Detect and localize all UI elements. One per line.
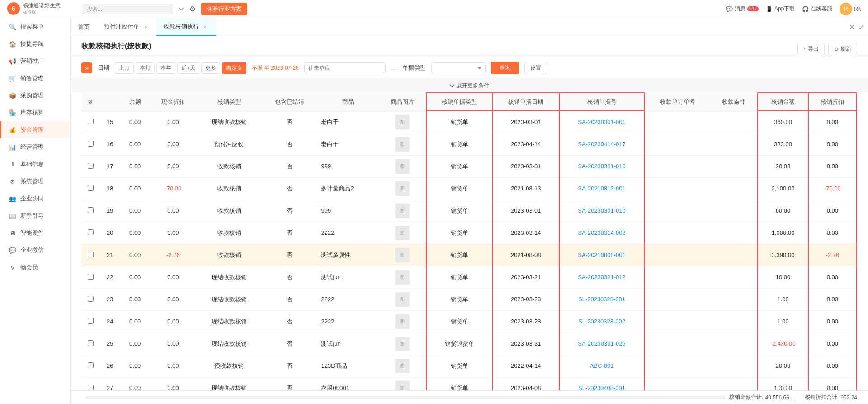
tab-home[interactable]: 首页 (71, 18, 97, 36)
filter-expand-btn[interactable]: » (81, 62, 92, 73)
cell-verify-amount: 3,390.00 (758, 244, 808, 266)
cell-verify-no[interactable]: SL-20230408-001 (559, 377, 645, 390)
cell-verify-no[interactable]: SA-20210808-001 (559, 244, 645, 266)
receipt-type-select[interactable] (431, 62, 486, 73)
tab-bar: 首页 预付冲应付单 × 收款核销执行 × ✕ ⤢ (71, 18, 868, 36)
verify-no-link[interactable]: SA-20230414-017 (578, 141, 626, 147)
cell-checkbox[interactable] (81, 244, 99, 266)
tab-verify[interactable]: 收款核销执行 × (156, 18, 216, 36)
settings-icon[interactable]: ⚙ (88, 98, 93, 105)
cell-checkbox[interactable] (81, 155, 99, 177)
sidebar-item-hardware[interactable]: 🖥 智能硬件 (0, 224, 70, 242)
cell-product-image: 图 (378, 222, 426, 244)
date-7days-btn[interactable]: 近7天 (177, 62, 199, 74)
query-btn[interactable]: 查询 (491, 62, 519, 74)
sidebar-item-team[interactable]: 👥 企业协同 (0, 190, 70, 207)
cell-verify-no[interactable]: SL-20230328-002 (559, 310, 645, 333)
verify-no-link[interactable]: SA-20230301-010 (578, 207, 626, 214)
verify-no-link[interactable]: SA-20230301-010 (578, 163, 626, 170)
th-settings[interactable]: ⚙ (81, 93, 99, 111)
member-icon: V (9, 263, 17, 271)
message-btn[interactable]: 💬 消息 99+ (726, 5, 759, 13)
app-download-btn[interactable]: 📱 App下载 (766, 5, 795, 13)
verify-no-link[interactable]: SL-20230328-001 (578, 296, 625, 303)
tab-close-icon[interactable]: ✕ (849, 23, 855, 31)
verify-no-link[interactable]: SA-20230321-012 (578, 274, 626, 280)
sidebar-item-info[interactable]: ℹ 基础信息 (0, 156, 70, 173)
user-area[interactable]: R Rit (840, 3, 861, 15)
cell-verify-no[interactable]: SA-20230331-026 (559, 333, 645, 355)
sidebar-item-system[interactable]: ⚙ 系统管理 (0, 173, 70, 190)
cell-checkbox[interactable] (81, 222, 99, 244)
verify-no-link[interactable]: SL-20230328-002 (578, 318, 625, 325)
cell-checkbox[interactable] (81, 177, 99, 200)
cell-checkbox[interactable] (81, 266, 99, 288)
sidebar-item-money[interactable]: 💰 资金管理 (0, 121, 70, 138)
sidebar-item-management[interactable]: 📊 经营管理 (0, 138, 70, 156)
cell-verify-type: 收款核销 (197, 177, 262, 200)
verify-no-link[interactable]: SL-20230408-001 (578, 385, 625, 390)
date-custom-btn[interactable]: 自定义 (222, 62, 246, 74)
settings-btn[interactable]: 设置 (524, 62, 547, 74)
cell-verify-discount: 0.00 (808, 288, 857, 310)
cell-verify-no[interactable]: SA-20230414-017 (559, 133, 645, 155)
tab-expand-icon[interactable]: ⤢ (859, 23, 864, 31)
verify-no-link[interactable]: SA-20230301-001 (578, 119, 626, 125)
sidebar-item-megaphone[interactable]: 📢 营销推广 (0, 52, 70, 70)
tab-prepaid[interactable]: 预付冲应付单 × (97, 18, 156, 36)
cell-verify-no[interactable]: ABC-001 (559, 355, 645, 377)
sidebar-item-member[interactable]: V 畅会员 (0, 259, 70, 276)
sidebar-item-wechat[interactable]: 💬 企业微信 (0, 242, 70, 259)
message-icon: 💬 (726, 6, 733, 12)
tab-close-prepaid[interactable]: × (142, 23, 149, 30)
from-unit-input[interactable] (304, 62, 386, 73)
verify-no-link[interactable]: ABC-001 (590, 362, 614, 369)
sidebar-item-warehouse[interactable]: 🏪 库存核算 (0, 104, 70, 121)
cell-cash-discount: 0.00 (150, 155, 197, 177)
sidebar-item-label: 资金管理 (20, 126, 44, 134)
cell-verify-type: 收款核销 (197, 222, 262, 244)
cell-product: 2222 (317, 310, 378, 333)
sidebar-item-guide[interactable]: 📖 新手引导 (0, 207, 70, 224)
cell-checkbox[interactable] (81, 355, 99, 377)
cell-receipt-order-no (644, 288, 710, 310)
cell-checkbox[interactable] (81, 377, 99, 390)
cell-checkbox[interactable] (81, 310, 99, 333)
date-more-btn[interactable]: 更多 (201, 62, 220, 74)
table-row: 21 0.00 -2.76 收款核销 否 测试多属性 图 销货单 2021-08… (81, 244, 857, 266)
tab-close-verify[interactable]: × (202, 23, 209, 30)
export-btn[interactable]: ↑ 导出 (797, 43, 825, 55)
cell-verify-no[interactable]: SA-20230301-010 (559, 155, 645, 177)
cell-verify-no[interactable]: SA-20230301-001 (559, 111, 645, 133)
verify-no-link[interactable]: SA-20230331-026 (578, 340, 626, 347)
gear-button[interactable]: ⚙ (189, 5, 196, 13)
date-prev-month-btn[interactable]: 上月 (115, 62, 134, 74)
cell-checkbox[interactable] (81, 111, 99, 133)
verify-no-link[interactable]: SA-20210813-001 (578, 185, 626, 192)
sidebar-item-cart[interactable]: 🛒 销售管理 (0, 70, 70, 87)
cell-checkbox[interactable] (81, 288, 99, 310)
sidebar-item-purchase[interactable]: 📦 采购管理 (0, 87, 70, 104)
verify-no-link[interactable]: SA-20210808-001 (578, 252, 626, 258)
cell-checkbox[interactable] (81, 133, 99, 155)
date-this-year-btn[interactable]: 本年 (156, 62, 175, 74)
cell-verify-no[interactable]: SA-20230314-008 (559, 222, 645, 244)
cell-verify-no[interactable]: SA-20230301-010 (559, 200, 645, 222)
cell-no: 16 (99, 133, 121, 155)
cell-verify-no[interactable]: SA-20230321-012 (559, 266, 645, 288)
cell-checkbox[interactable] (81, 333, 99, 355)
online-service-btn[interactable]: 🎧 在线客服 (802, 5, 832, 13)
footer-scrollbar[interactable] (85, 396, 726, 399)
industry-btn[interactable]: 休验行业方案 (201, 3, 247, 15)
cell-verify-no[interactable]: SL-20230328-001 (559, 288, 645, 310)
verify-no-link[interactable]: SA-20230314-008 (578, 229, 626, 236)
sidebar-item-search[interactable]: 🔍 搜索菜单 (0, 18, 70, 35)
top-search-input[interactable] (83, 4, 173, 14)
refresh-btn[interactable]: ↻ 刷新 (828, 43, 857, 55)
sidebar-item-home[interactable]: 🏠 快捷导航 (0, 35, 70, 52)
cell-verify-discount: -2.76 (808, 244, 857, 266)
date-this-month-btn[interactable]: 本月 (136, 62, 155, 74)
cell-verify-no[interactable]: SA-20210813-001 (559, 177, 645, 200)
cell-checkbox[interactable] (81, 200, 99, 222)
expand-more-btn[interactable]: 展开更多条件 (449, 82, 489, 90)
